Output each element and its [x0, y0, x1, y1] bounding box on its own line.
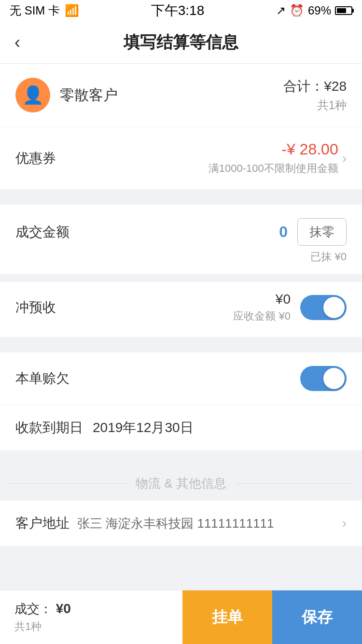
bottom-deal-amount: ¥0: [56, 601, 71, 616]
credit-row: 本单赊欠: [0, 352, 362, 405]
coupon-label: 优惠券: [15, 149, 56, 168]
logistics-line-right: [236, 483, 352, 484]
total-count: 共1种: [283, 98, 347, 113]
deal-amount-label: 成交金额: [15, 223, 70, 241]
logistics-line-left: [10, 483, 126, 484]
credit-label: 本单赊欠: [15, 369, 70, 388]
customer-name: 零散客户: [60, 85, 118, 105]
page-title: 填写结算等信息: [124, 31, 238, 54]
divider-3: [0, 458, 362, 466]
address-row[interactable]: 客户地址 张三 海淀永丰科技园 11111111111 ›: [0, 501, 362, 546]
divider-2: [0, 345, 362, 352]
avatar-icon: 👤: [22, 85, 44, 105]
wifi-icon: 📶: [65, 4, 79, 17]
prepay-right: ¥0 应收金额 ¥0: [233, 292, 347, 323]
prepay-sub: 应收金额 ¥0: [233, 309, 291, 323]
bottom-summary: 成交： ¥0 共1种: [0, 601, 182, 634]
hold-button[interactable]: 挂单: [182, 590, 272, 644]
address-card: 客户地址 张三 海淀永丰科技园 11111111111 ›: [0, 501, 362, 546]
content-area: 👤 零散客户 合计：¥28 共1种 优惠券 -¥ 28.00 满1000-100…: [0, 64, 362, 644]
battery-icon: [335, 6, 352, 15]
prepay-section: 冲预收 ¥0 应收金额 ¥0: [0, 281, 362, 337]
credit-toggle-knob: [323, 368, 345, 389]
due-date-value: 2019年12月30日: [93, 419, 194, 437]
divider-1: [0, 197, 362, 205]
prepay-row: 冲预收 ¥0 应收金额 ¥0: [15, 292, 347, 323]
deal-amount-value: 0: [279, 223, 288, 241]
battery-label: 69%: [308, 4, 331, 17]
alarm-icon: ⏰: [290, 4, 304, 17]
customer-left: 👤 零散客户: [15, 78, 118, 112]
address-chevron-icon: ›: [342, 516, 347, 531]
logistics-bar: 物流 & 其他信息: [0, 466, 362, 501]
save-button[interactable]: 保存: [272, 590, 362, 644]
toggle-knob: [323, 297, 345, 318]
due-date-row: 收款到期日 2019年12月30日: [0, 405, 362, 450]
time-label: 下午3:18: [151, 1, 205, 20]
prepay-toggle[interactable]: [300, 295, 347, 320]
carrier-label: 无 SIM 卡: [10, 3, 60, 18]
coupon-amount: -¥ 28.00: [209, 140, 338, 158]
due-date-label: 收款到期日: [15, 419, 83, 437]
prepay-amount-col: ¥0 应收金额 ¥0: [233, 292, 291, 323]
deal-amount-sub: 已抹 ¥0: [15, 250, 347, 264]
round-zero-button[interactable]: 抹零: [297, 218, 347, 246]
status-bar: 无 SIM 卡 📶 下午3:18 ↗ ⏰ 69%: [0, 0, 362, 21]
total-amount: 合计：¥28: [283, 77, 347, 96]
bottom-deal-label: 成交：: [14, 602, 52, 616]
bottom-deal-row: 成交： ¥0: [14, 601, 168, 617]
coupon-info: -¥ 28.00 满1000-100不限制使用金额: [209, 140, 338, 176]
chevron-right-icon: ›: [342, 151, 347, 166]
back-button[interactable]: ‹: [14, 32, 20, 53]
status-right: ↗ ⏰ 69%: [276, 4, 352, 17]
bottom-count: 共1种: [14, 619, 168, 634]
coupon-row[interactable]: 优惠券 -¥ 28.00 满1000-100不限制使用金额 ›: [0, 126, 362, 189]
customer-right: 合计：¥28 共1种: [283, 77, 347, 113]
deal-amount-row: 成交金额 0 抹零: [15, 218, 347, 246]
customer-row: 👤 零散客户 合计：¥28 共1种: [0, 64, 362, 126]
credit-toggle[interactable]: [300, 366, 347, 391]
coupon-desc: 满1000-100不限制使用金额: [209, 161, 338, 176]
coupon-right: -¥ 28.00 满1000-100不限制使用金额 ›: [209, 140, 347, 176]
credit-card: 本单赊欠 收款到期日 2019年12月30日: [0, 352, 362, 450]
nav-bar: ‹ 填写结算等信息: [0, 21, 362, 64]
address-value: 张三 海淀永丰科技园 11111111111: [70, 515, 342, 532]
prepay-label: 冲预收: [15, 298, 56, 317]
customer-card: 👤 零散客户 合计：¥28 共1种 优惠券 -¥ 28.00 满1000-100…: [0, 64, 362, 189]
deal-amount-section: 成交金额 0 抹零 已抹 ¥0: [0, 205, 362, 274]
logistics-label: 物流 & 其他信息: [136, 475, 226, 492]
status-left: 无 SIM 卡 📶: [10, 3, 79, 18]
address-label: 客户地址: [15, 514, 70, 532]
prepay-amount: ¥0: [233, 292, 291, 307]
deal-amount-right: 0 抹零: [279, 218, 347, 246]
bottom-bar: 成交： ¥0 共1种 挂单 保存: [0, 590, 362, 644]
location-icon: ↗: [276, 4, 286, 17]
avatar: 👤: [15, 78, 50, 112]
